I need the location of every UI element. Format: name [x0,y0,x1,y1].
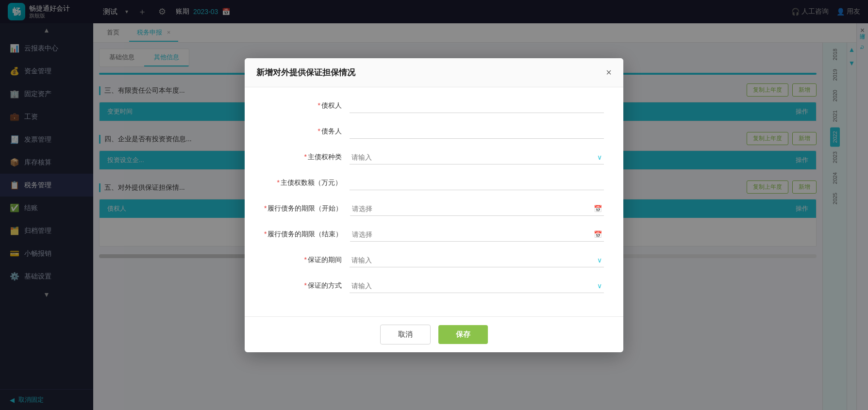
select-wrap-guarantee-method: ∨ [350,279,604,293]
modal-footer: 取消 保存 [245,316,623,352]
field-guarantee-method: *保证的方式 ∨ [264,279,604,293]
input-claim-type[interactable] [350,150,597,164]
save-button[interactable]: 保存 [438,325,488,344]
field-claim-amount: *主债权数额（万元） [264,176,604,190]
label-period-start: *履行债务的期限（开始） [264,204,342,213]
label-claim-type: *主债权种类 [264,153,342,162]
field-debtor: *债务人 [264,125,604,139]
input-debtor[interactable] [350,125,604,139]
input-period-start[interactable] [350,202,594,215]
label-creditor: *债权人 [264,101,342,110]
chevron-down-icon-period[interactable]: ∨ [597,256,604,264]
modal-body: *债权人 *债务人 *主债权种类 ∨ [245,87,623,316]
date-wrap-period-start: 📅 [350,202,604,216]
cancel-button[interactable]: 取消 [380,325,431,344]
calendar-icon-start[interactable]: 📅 [594,205,604,213]
chevron-down-icon-method[interactable]: ∨ [597,282,604,290]
label-guarantee-period: *保证的期间 [264,256,342,264]
input-guarantee-period[interactable] [350,253,597,267]
modal-close-button[interactable]: × [606,67,612,77]
label-claim-amount: *主债权数额（万元） [264,179,342,187]
calendar-icon-end[interactable]: 📅 [594,230,604,238]
field-claim-type: *主债权种类 ∨ [264,150,604,164]
input-claim-amount[interactable] [350,176,604,190]
field-creditor: *债权人 [264,99,604,113]
modal-backdrop: 新增对外提供保证担保情况 × *债权人 *债务人 * [0,0,868,410]
field-period-start: *履行债务的期限（开始） 📅 [264,202,604,216]
select-wrap-claim-type: ∨ [350,150,604,164]
date-wrap-period-end: 📅 [350,228,604,242]
chevron-down-icon[interactable]: ∨ [597,153,604,161]
modal-header: 新增对外提供保证担保情况 × [245,58,623,87]
label-period-end: *履行债务的期限（结束） [264,230,342,239]
input-period-end[interactable] [350,228,594,241]
field-period-end: *履行债务的期限（结束） 📅 [264,228,604,242]
label-debtor: *债务人 [264,127,342,136]
modal-dialog: 新增对外提供保证担保情况 × *债权人 *债务人 * [245,58,623,352]
modal-title: 新增对外提供保证担保情况 [256,67,355,78]
field-guarantee-period: *保证的期间 ∨ [264,253,604,267]
input-creditor[interactable] [350,99,604,113]
input-guarantee-method[interactable] [350,279,597,293]
select-wrap-guarantee-period: ∨ [350,253,604,267]
label-guarantee-method: *保证的方式 [264,281,342,290]
